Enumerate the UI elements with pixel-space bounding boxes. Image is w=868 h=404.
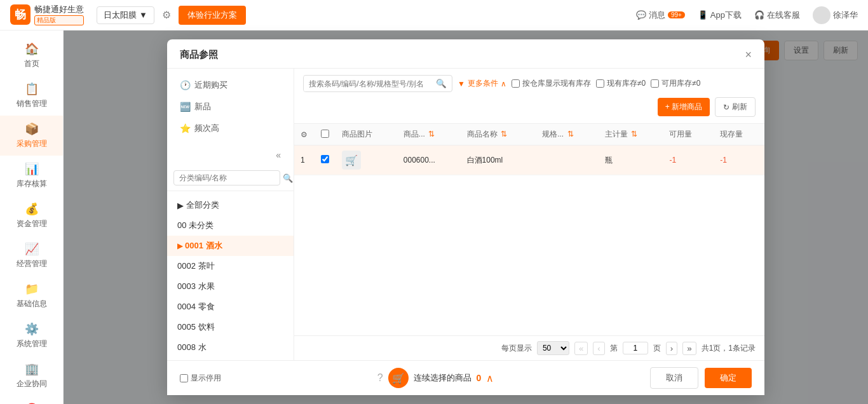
category-item-00[interactable]: 00 未分类	[167, 215, 294, 236]
col-unit[interactable]: 主计量 ⇅	[599, 124, 663, 145]
sidebar-label-sales: 销售管理	[17, 98, 47, 109]
main-content: 查询 设置 刷新 商品参照 ×	[64, 30, 868, 404]
search-icon[interactable]: 🔍	[283, 173, 293, 183]
collapse-icon[interactable]: «	[273, 147, 283, 163]
sidebar-label-finance: 资金管理	[17, 219, 47, 229]
nav-app-download[interactable]: 📱 App下载	[698, 10, 742, 21]
last-page-button[interactable]: »	[682, 342, 696, 355]
page-suffix: 页	[653, 343, 661, 354]
category-item-0003[interactable]: 0003 水果	[167, 276, 294, 297]
table-row[interactable]: 1 🛒 000600... 白酒100ml	[294, 145, 764, 175]
sidebar-item-guide[interactable]: 🎯 新手引导	[0, 396, 63, 404]
first-page-button[interactable]: «	[574, 342, 588, 355]
cell-available: -1	[663, 145, 714, 175]
sidebar-item-purchase[interactable]: 📦 采购管理	[0, 116, 63, 156]
nav-user[interactable]: 徐泽华	[813, 6, 858, 24]
nav-dropdown-label: 日太阳膜	[104, 10, 137, 21]
prev-page-button[interactable]: ‹	[593, 342, 604, 355]
sidebar-item-operations[interactable]: 📈 经营管理	[0, 236, 63, 276]
tab-new[interactable]: 🆕 新品	[173, 97, 287, 117]
col-spec[interactable]: 规格... ⇅	[536, 124, 599, 145]
cell-no: 1	[294, 145, 315, 175]
sidebar-label-enterprise: 企业协同	[17, 379, 47, 389]
close-icon[interactable]: ×	[745, 48, 752, 62]
product-search-input[interactable]	[304, 76, 431, 91]
show-disabled-checkbox[interactable]: 显示停用	[180, 373, 221, 384]
add-product-button[interactable]: + 新增商品	[658, 98, 710, 116]
sidebar-item-system[interactable]: ⚙️ 系统管理	[0, 316, 63, 356]
finance-icon: 💰	[25, 202, 39, 216]
checkbox-available-input[interactable]	[651, 79, 659, 88]
search-button[interactable]: 🔍	[431, 76, 452, 91]
category-search-row: 🔍	[167, 165, 294, 191]
more-filters-button[interactable]: ▼ 更多条件 ∧	[458, 78, 506, 89]
col-code[interactable]: 商品... ⇅	[397, 124, 461, 145]
sidebar-item-basic[interactable]: 📁 基础信息	[0, 276, 63, 316]
basic-icon: 📁	[25, 282, 39, 296]
sidebar-item-finance[interactable]: 💰 资金管理	[0, 196, 63, 236]
nav-dropdown[interactable]: 日太阳膜 ▼	[97, 6, 154, 24]
operations-icon: 📈	[25, 242, 39, 256]
sidebar-item-enterprise[interactable]: 🏢 企业协同	[0, 356, 63, 396]
phone-icon: 📱	[698, 10, 708, 20]
sidebar-label-home: 首页	[24, 58, 39, 69]
next-page-button[interactable]: ›	[666, 342, 677, 355]
sort-icon-unit: ⇅	[631, 130, 637, 138]
sidebar-label-purchase: 采购管理	[17, 138, 47, 149]
select-all-checkbox[interactable]	[321, 130, 329, 138]
category-item-0004[interactable]: 0004 零食	[167, 297, 294, 317]
sidebar-item-sales[interactable]: 📋 销售管理	[0, 76, 63, 116]
category-item-0002[interactable]: 0002 茶叶	[167, 256, 294, 276]
checkbox-warehouse[interactable]: 按仓库显示现有库存	[512, 78, 591, 89]
per-page-select[interactable]: 50 10 20 100	[537, 341, 569, 355]
nav-service[interactable]: 🎧 在线客服	[754, 10, 800, 21]
nav-messages[interactable]: 💬 消息 99+	[636, 10, 685, 21]
tab-frequent-label: 频次高	[194, 123, 219, 134]
dialog-title: 商品参照	[180, 49, 218, 61]
page-number-input[interactable]	[623, 342, 648, 354]
expand-icon: ▶	[177, 201, 184, 210]
headset-icon: 🎧	[754, 10, 764, 20]
category-search-input[interactable]	[173, 170, 280, 185]
show-disabled-input[interactable]	[180, 374, 188, 382]
checkbox-available-nonzero[interactable]: 可用库存≠0	[651, 78, 700, 89]
category-item-0005[interactable]: 0005 饮料	[167, 317, 294, 337]
filter-icon: ▼	[458, 79, 465, 88]
col-name[interactable]: 商品名称 ⇅	[461, 124, 536, 145]
chevron-down-icon: ▼	[139, 10, 147, 20]
category-item-all[interactable]: ▶ 全部分类	[167, 195, 294, 215]
cancel-button[interactable]: 取消	[650, 367, 698, 389]
category-item-0001[interactable]: ▶ 0001 酒水	[167, 236, 294, 256]
logo-badge: 精品版	[34, 15, 84, 25]
page-label: 第	[610, 343, 618, 354]
col-image: 商品图片	[336, 124, 397, 145]
cell-checkbox[interactable]	[315, 145, 336, 175]
cart-collapse-icon[interactable]: ∧	[486, 372, 494, 384]
confirm-button[interactable]: 确定	[705, 368, 752, 388]
sidebar-item-inventory[interactable]: 📊 库存核算	[0, 156, 63, 196]
cart-icon[interactable]: 🛒	[388, 368, 409, 388]
trial-button[interactable]: 体验行业方案	[179, 6, 246, 25]
cart-count: 0	[477, 373, 482, 383]
help-icon[interactable]: ?	[377, 372, 383, 384]
top-nav: 畅 畅捷通好生意 精品版 日太阳膜 ▼ ⚙ 体验行业方案 💬 消息 99+ 📱 …	[0, 0, 868, 30]
footer-left: 显示停用	[180, 373, 221, 384]
sidebar-item-home[interactable]: 🏠 首页	[0, 36, 63, 76]
inventory-icon: 📊	[25, 162, 39, 176]
tab-frequent[interactable]: ⭐ 频次高	[173, 118, 287, 138]
dialog-body: 🕐 近期购买 🆕 新品 ⭐ 频次高	[167, 69, 764, 360]
refresh-button[interactable]: ↻ 刷新	[715, 97, 756, 117]
tab-recent[interactable]: 🕐 近期购买	[173, 75, 287, 95]
sidebar-label-basic: 基础信息	[17, 299, 47, 309]
arrow-icon: ▶	[177, 242, 182, 250]
checkbox-warehouse-input[interactable]	[512, 79, 520, 88]
product-table: ⚙ 商品图片 商品... ⇅ 商品名称 ⇅ 规格... ⇅ 主计量 ⇅ 可用量	[294, 124, 764, 175]
product-reference-dialog: 商品参照 × 🕐 近期购买 🆕	[167, 39, 764, 395]
gear-icon[interactable]: ⚙	[162, 9, 171, 21]
sort-icon-spec: ⇅	[567, 130, 574, 138]
checkbox-stock-input[interactable]	[596, 79, 604, 88]
col-settings[interactable]: ⚙	[294, 124, 315, 145]
row-checkbox[interactable]	[321, 155, 329, 163]
category-item-0008[interactable]: 0008 水	[167, 337, 294, 358]
checkbox-stock-nonzero[interactable]: 现有库存≠0	[596, 78, 646, 89]
